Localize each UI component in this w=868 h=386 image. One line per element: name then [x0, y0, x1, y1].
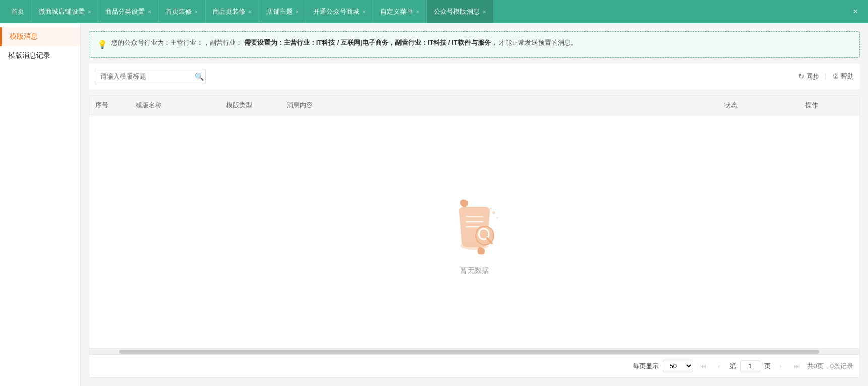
- tab-category-settings-close[interactable]: ×: [148, 9, 151, 15]
- scrollbar-thumb[interactable]: [119, 350, 819, 354]
- page-prefix: 第: [729, 362, 736, 371]
- tab-custom-menu-close[interactable]: ×: [416, 9, 419, 15]
- tab-custom-menu[interactable]: 自定义菜单 ×: [373, 0, 427, 23]
- tab-shop-theme-label: 店铺主题: [266, 7, 293, 16]
- help-button[interactable]: ② 帮助: [833, 72, 854, 81]
- tab-home[interactable]: 首页: [4, 0, 32, 23]
- tab-home-label: 首页: [11, 7, 24, 16]
- empty-text: 暂无数据: [460, 266, 489, 275]
- search-box: 🔍: [95, 69, 206, 84]
- tab-open-public-shop-close[interactable]: ×: [362, 9, 365, 15]
- last-page-button[interactable]: ⏭: [791, 360, 803, 372]
- toolbar-row: 🔍 ↻ 同步 | ② 帮助: [89, 64, 860, 89]
- notice-banner: 💡 您的公众号行业为：主营行业：，副营行业： 需要设置为：主营行业：IT科技 /…: [89, 31, 860, 58]
- table-header: 序号 模版名称 模版类型 消息内容 状态 操作: [89, 96, 859, 115]
- svg-point-7: [492, 211, 495, 214]
- search-button[interactable]: 🔍: [190, 69, 206, 84]
- svg-point-8: [496, 217, 498, 219]
- tab-category-settings[interactable]: 商品分类设置 ×: [98, 0, 158, 23]
- divider: |: [825, 72, 827, 80]
- page-total: 共0页，0条记录: [807, 362, 853, 371]
- col-name: 模版名称: [129, 96, 220, 115]
- empty-state: 暂无数据: [89, 115, 859, 348]
- empty-svg: [444, 198, 505, 258]
- sidebar: 模版消息 模版消息记录: [0, 23, 81, 386]
- col-index: 序号: [89, 96, 129, 115]
- pagination-row: 每页显示 50 20 100 ⏮ ‹ 第 1 页 › ⏭ 共0页，0条记录: [89, 354, 859, 377]
- tab-open-public-shop[interactable]: 开通公众号商城 ×: [306, 0, 373, 23]
- data-table: 序号 模版名称 模版类型 消息内容 状态 操作: [89, 95, 860, 378]
- page-size-label: 每页显示: [633, 362, 659, 371]
- tab-home-decoration-label: 首页装修: [166, 7, 192, 16]
- topbar: 首页 微商城店铺设置 × 商品分类设置 × 首页装修 × 商品页装修 × 店铺主…: [0, 0, 868, 23]
- col-type: 模版类型: [220, 96, 281, 115]
- current-page-input[interactable]: 1: [740, 360, 760, 372]
- tab-category-settings-label: 商品分类设置: [105, 7, 145, 16]
- sidebar-item-template-msg[interactable]: 模版消息: [0, 27, 80, 46]
- prev-page-button[interactable]: ‹: [713, 360, 725, 372]
- page-size-select[interactable]: 50 20 100: [663, 360, 693, 372]
- tab-product-decoration-label: 商品页装修: [213, 7, 245, 16]
- notice-icon: 💡: [97, 38, 107, 51]
- tab-home-decoration[interactable]: 首页装修 ×: [159, 0, 206, 23]
- sidebar-item-template-msg-record[interactable]: 模版消息记录: [0, 46, 80, 65]
- tab-template-msg[interactable]: 公众号模版消息 ×: [427, 0, 493, 23]
- next-page-button[interactable]: ›: [775, 360, 787, 372]
- sync-icon: ↻: [798, 72, 804, 80]
- tab-shop-theme-close[interactable]: ×: [296, 9, 299, 15]
- svg-point-9: [490, 208, 492, 210]
- tab-product-decoration-close[interactable]: ×: [248, 9, 251, 15]
- tab-shop-theme[interactable]: 店铺主题 ×: [259, 0, 306, 23]
- col-status: 状态: [718, 96, 799, 115]
- close-all-button[interactable]: ×: [847, 7, 864, 16]
- content-area: 💡 您的公众号行业为：主营行业：，副营行业： 需要设置为：主营行业：IT科技 /…: [81, 23, 868, 386]
- tab-open-public-shop-label: 开通公众号商城: [313, 7, 359, 16]
- search-input[interactable]: [95, 69, 190, 83]
- toolbar-actions: ↻ 同步 | ② 帮助: [798, 72, 854, 81]
- empty-illustration: [444, 198, 505, 258]
- col-content: 消息内容: [281, 96, 718, 115]
- tab-home-decoration-close[interactable]: ×: [195, 9, 198, 15]
- tab-shop-settings-label: 微商城店铺设置: [39, 7, 85, 16]
- help-icon: ②: [833, 72, 839, 80]
- tab-template-msg-close[interactable]: ×: [483, 9, 486, 15]
- first-page-button[interactable]: ⏮: [697, 360, 709, 372]
- tab-shop-settings[interactable]: 微商城店铺设置 ×: [32, 0, 98, 23]
- sync-button[interactable]: ↻ 同步: [798, 72, 819, 81]
- help-label: 帮助: [841, 72, 854, 81]
- notice-highlight: 需要设置为：主营行业：IT科技 / 互联网|电子商务，副营行业：IT科技 / I…: [244, 39, 497, 46]
- main-layout: 模版消息 模版消息记录 💡 您的公众号行业为：主营行业：，副营行业： 需要设置为…: [0, 23, 868, 386]
- sync-label: 同步: [806, 72, 819, 81]
- notice-text: 您的公众号行业为：主营行业：，副营行业： 需要设置为：主营行业：IT科技 / 互…: [111, 38, 577, 48]
- tab-custom-menu-label: 自定义菜单: [380, 7, 413, 16]
- tab-product-decoration[interactable]: 商品页装修 ×: [206, 0, 259, 23]
- horizontal-scrollbar[interactable]: [89, 348, 859, 354]
- tab-template-msg-label: 公众号模版消息: [434, 7, 480, 16]
- page-suffix: 页: [764, 362, 771, 371]
- tab-shop-settings-close[interactable]: ×: [88, 9, 91, 15]
- col-action: 操作: [799, 96, 859, 115]
